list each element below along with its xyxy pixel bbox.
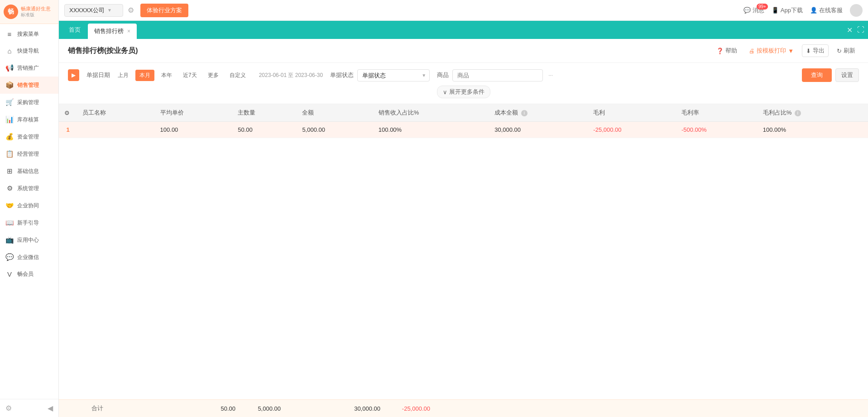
- sidebar-logo: 畅 畅康通好生意 标准版: [0, 0, 58, 24]
- setting-button[interactable]: 设置: [835, 68, 859, 82]
- sidebar-item-enterprise[interactable]: 🤝 企业协同: [0, 197, 58, 214]
- expand-more-row: ∨ 展开更多条件: [68, 86, 859, 98]
- sidebar-item-purchase[interactable]: 🛒 采购管理: [0, 94, 58, 111]
- sidebar-item-marketing[interactable]: 📢 营销推广: [0, 59, 58, 77]
- data-table: ⚙ 员工名称 平均单价 主数量 全额 销售收入占比% 成本全额 i 毛利 毛利率…: [59, 104, 868, 138]
- refresh-button[interactable]: ↻ 刷新: [833, 45, 859, 57]
- company-name: XXXXXX公司: [69, 6, 105, 14]
- filter-area: ▶ 单据日期 上月 本月 本年 近7天 更多 自定义 2023-06-01 至 …: [59, 63, 868, 104]
- sidebar-label-newbie: 新手引导: [17, 219, 39, 227]
- cell-gross-rate: -500.00%: [676, 122, 758, 138]
- table-row: 1 100.00 50.00 5,000.00 100.00% 30,000.0…: [59, 122, 868, 138]
- sidebar-item-search[interactable]: ≡ 搜索菜单: [0, 26, 58, 43]
- tabbar-controls: ✕ ⛶: [847, 26, 864, 34]
- sidebar-item-inventory[interactable]: 📊 库存核算: [0, 111, 58, 128]
- sidebar-label-enterprise: 企业协同: [17, 202, 39, 210]
- status-select[interactable]: 单据状态: [357, 69, 430, 81]
- sidebar-item-quicknav[interactable]: ⌂ 快捷导航: [0, 43, 58, 59]
- sales-icon: 📦: [5, 81, 14, 89]
- sidebar-item-appcenter[interactable]: 📺 应用中心: [0, 231, 58, 249]
- sidebar-item-operation[interactable]: 📋 经营管理: [0, 145, 58, 163]
- tab-maximize-icon[interactable]: ⛶: [857, 26, 864, 34]
- logo-icon: 畅: [4, 5, 18, 19]
- footer-gross: -25,000.00: [386, 405, 436, 412]
- sidebar-label-marketing: 营销推广: [17, 64, 39, 72]
- app-download-button[interactable]: 📱 App下载: [772, 6, 803, 14]
- company-selector[interactable]: XXXXXX公司 ▼: [64, 4, 123, 17]
- cost-info-icon[interactable]: i: [521, 110, 528, 116]
- app-icon: 📱: [772, 7, 779, 14]
- th-name: 员工名称: [77, 104, 155, 122]
- th-settings: ⚙: [59, 104, 77, 122]
- cell-gross-pct: 100.00%: [758, 122, 868, 138]
- filter-row: ▶ 单据日期 上月 本月 本年 近7天 更多 自定义 2023-06-01 至 …: [68, 68, 859, 82]
- date-btn-this-month[interactable]: 本月: [135, 70, 154, 81]
- template-print-button[interactable]: 🖨 按模板打印 ▼: [745, 45, 797, 57]
- gross-pct-info-icon[interactable]: i: [795, 110, 801, 116]
- tab-close-icon[interactable]: ×: [127, 28, 130, 34]
- print-label: 按模板打印: [757, 47, 786, 55]
- sidebar-bottom: ⚙ ◀: [0, 399, 58, 417]
- date-btn-this-year[interactable]: 本年: [157, 70, 176, 81]
- date-btn-custom[interactable]: 自定义: [225, 70, 250, 81]
- sidebar-item-wechat[interactable]: 💬 企业微信: [0, 249, 58, 266]
- th-gross-pct: 毛利占比% i: [758, 104, 868, 122]
- service-label: 在线客服: [819, 6, 843, 14]
- date-range-display: 2023-06-01 至 2023-06-30: [259, 72, 323, 79]
- filter-expand-icon[interactable]: ▶: [68, 69, 79, 81]
- expand-more-button[interactable]: ∨ 展开更多条件: [437, 86, 490, 98]
- date-btn-more[interactable]: 更多: [204, 70, 223, 81]
- sidebar-item-sales[interactable]: 📦 销售管理: [0, 77, 58, 94]
- footer-qty: 50.00: [205, 405, 241, 412]
- more-fields-icon[interactable]: ···: [548, 72, 553, 78]
- sidebar-items: ≡ 搜索菜单 ⌂ 快捷导航 📢 营销推广 📦 销售管理 🛒 采购管理 📊 库存核…: [0, 24, 58, 399]
- th-amount: 全额: [297, 104, 373, 122]
- date-btn-last-month[interactable]: 上月: [114, 70, 133, 81]
- settings-bottom-icon[interactable]: ⚙: [5, 404, 12, 412]
- th-avg-price: 平均单价: [155, 104, 233, 122]
- tab-close-window-icon[interactable]: ✕: [847, 26, 853, 34]
- date-btn-7days[interactable]: 近7天: [179, 70, 201, 81]
- collapse-icon[interactable]: ◀: [48, 404, 53, 412]
- tab-sales-ranking[interactable]: 销售排行榜 ×: [88, 24, 137, 39]
- sidebar-item-member[interactable]: V 畅会员: [0, 266, 58, 283]
- sidebar-label-purchase: 采购管理: [17, 99, 39, 106]
- query-button[interactable]: 查询: [802, 68, 832, 82]
- sidebar-item-basic[interactable]: ⊞ 基础信息: [0, 163, 58, 180]
- cell-avg-price: 100.00: [155, 122, 233, 138]
- sidebar-label-wechat: 企业微信: [17, 254, 39, 261]
- sidebar-label-basic: 基础信息: [17, 168, 39, 175]
- table-footer: 合计 50.00 5,000.00 30,000.00 -25,000.00: [59, 399, 868, 417]
- help-button[interactable]: ❓ 帮助: [713, 45, 741, 57]
- export-button[interactable]: ⬇ 导出: [802, 44, 829, 57]
- goods-input[interactable]: [452, 69, 543, 81]
- user-avatar[interactable]: [850, 4, 863, 17]
- tab-home[interactable]: 首页: [62, 21, 87, 39]
- filter-actions: 查询 设置: [802, 68, 859, 82]
- message-button[interactable]: 💬 消息 99+: [743, 6, 764, 14]
- status-filter: 单据状态 单据状态: [330, 69, 430, 81]
- logo-text: 畅康通好生意: [21, 5, 51, 12]
- appcenter-icon: 📺: [5, 236, 14, 244]
- sidebar-item-finance[interactable]: 💰 资金管理: [0, 128, 58, 145]
- goods-label: 商品: [437, 71, 449, 79]
- th-sales-pct: 销售收入占比%: [373, 104, 489, 122]
- help-icon: ❓: [716, 48, 724, 54]
- sidebar: 畅 畅康通好生意 标准版 ≡ 搜索菜单 ⌂ 快捷导航 📢 营销推广 📦 销售管理…: [0, 0, 59, 417]
- cell-rank: 1: [59, 122, 77, 138]
- system-icon: ⚙: [5, 184, 14, 192]
- online-service-button[interactable]: 👤 在线客服: [810, 6, 843, 14]
- status-select-wrapper: 单据状态: [357, 69, 430, 81]
- footer-cost: 30,000.00: [340, 405, 386, 412]
- message-badge: 99+: [757, 4, 768, 10]
- sidebar-item-newbie[interactable]: 📖 新手引导: [0, 214, 58, 231]
- footer-amount: 5,000.00: [241, 405, 286, 412]
- trial-button[interactable]: 体验行业方案: [140, 4, 188, 17]
- sidebar-label-inventory: 库存核算: [17, 116, 39, 124]
- sidebar-label-operation: 经营管理: [17, 150, 39, 158]
- topbar-settings-icon[interactable]: ⚙: [128, 6, 134, 14]
- chevron-down-expand-icon: ∨: [443, 89, 447, 96]
- basic-icon: ⊞: [5, 167, 14, 175]
- logo-sub: 标准版: [21, 12, 51, 18]
- sidebar-item-system[interactable]: ⚙ 系统管理: [0, 180, 58, 197]
